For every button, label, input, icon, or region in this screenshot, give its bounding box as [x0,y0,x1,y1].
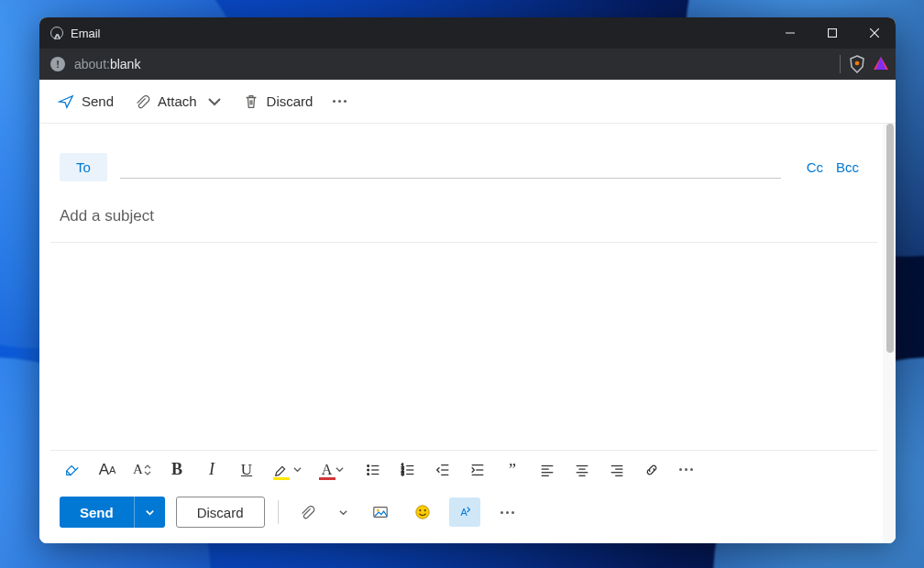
url-text: about:blank [74,57,140,71]
message-body-area [50,242,877,450]
trash-icon [243,93,259,110]
message-body-input[interactable] [50,243,877,450]
svg-rect-1 [829,29,837,38]
align-center-button[interactable] [566,455,599,485]
scrollbar-thumb[interactable] [886,124,894,353]
svg-point-8 [368,469,369,471]
titlebar: Email [39,17,896,49]
font-button[interactable]: AA [91,455,124,485]
subject-row [50,194,877,242]
addressbar-divider [840,55,841,73]
send-split-button: Send [60,497,165,528]
send-button-top[interactable]: Send [49,88,123,115]
attach-options-button[interactable] [334,497,354,527]
send-label: Send [82,93,114,109]
minimize-button[interactable] [769,17,811,49]
cc-button[interactable]: Cc [807,159,823,175]
close-button[interactable] [853,17,896,49]
discard-button-top[interactable]: Discard [234,88,323,115]
underline-button[interactable]: U [230,455,263,485]
number-list-button[interactable]: 123 [391,455,424,485]
paperclip-icon [134,93,150,110]
globe-icon [50,27,63,39]
app-window: Email ! about:blank Send Attach [39,17,896,543]
quote-button[interactable]: ” [496,455,529,485]
attach-button[interactable]: Attach [125,88,232,115]
bullet-list-button[interactable] [357,455,390,485]
command-bar: Send Attach Discard [39,80,896,124]
send-icon [58,93,74,110]
outdent-button[interactable] [426,455,459,485]
site-info-icon[interactable]: ! [50,57,65,71]
svg-point-41 [424,509,425,511]
attach-inline-button[interactable] [292,497,323,527]
format-more-button[interactable] [670,461,702,478]
attach-label: Attach [158,93,197,109]
brave-wallet-icon[interactable] [872,55,890,73]
italic-button[interactable]: I [195,455,228,485]
scrollbar-track[interactable] [883,124,896,543]
link-button[interactable] [635,455,668,485]
align-right-button[interactable] [600,455,633,485]
maximize-button[interactable] [811,17,853,49]
font-color-button[interactable]: A [311,455,355,485]
svg-text:3: 3 [402,471,404,476]
insert-image-button[interactable] [365,497,396,527]
send-button[interactable]: Send [60,497,134,528]
url-page: blank [110,57,140,71]
discard-label: Discard [267,93,314,109]
svg-point-39 [415,506,428,519]
sendbar-divider [278,500,279,524]
to-button[interactable]: To [60,153,107,181]
compose-area: To Cc Bcc AA A B I U [39,124,896,543]
chevron-down-icon [206,93,223,110]
svg-point-9 [368,473,369,475]
font-size-button[interactable]: A [126,455,159,485]
emoji-button[interactable] [407,497,438,527]
svg-point-4 [855,61,860,66]
format-toolbar: AA A B I U A 123 ” [50,450,877,488]
svg-point-40 [419,509,421,511]
discard-button[interactable]: Discard [176,497,265,528]
send-bar: Send Discard A [50,488,877,536]
to-row: To Cc Bcc [50,138,877,194]
sendbar-more-button[interactable] [491,504,523,521]
subject-input[interactable] [60,194,868,242]
address-bar[interactable]: ! about:blank [39,49,896,80]
format-painter-button[interactable] [56,455,89,485]
more-commands-button[interactable] [324,93,356,110]
svg-point-38 [376,509,379,512]
bold-button[interactable]: B [160,455,193,485]
bcc-button[interactable]: Bcc [836,159,859,175]
toggle-format-bar-button[interactable]: A [449,497,480,527]
to-input[interactable] [120,157,781,179]
send-options-button[interactable] [134,497,165,528]
indent-button[interactable] [461,455,494,485]
svg-point-7 [368,464,369,466]
url-prefix: about: [74,57,110,71]
align-left-button[interactable] [531,455,564,485]
highlight-button[interactable] [265,455,309,485]
brave-shields-icon[interactable] [848,55,866,73]
window-title: Email [71,27,101,40]
